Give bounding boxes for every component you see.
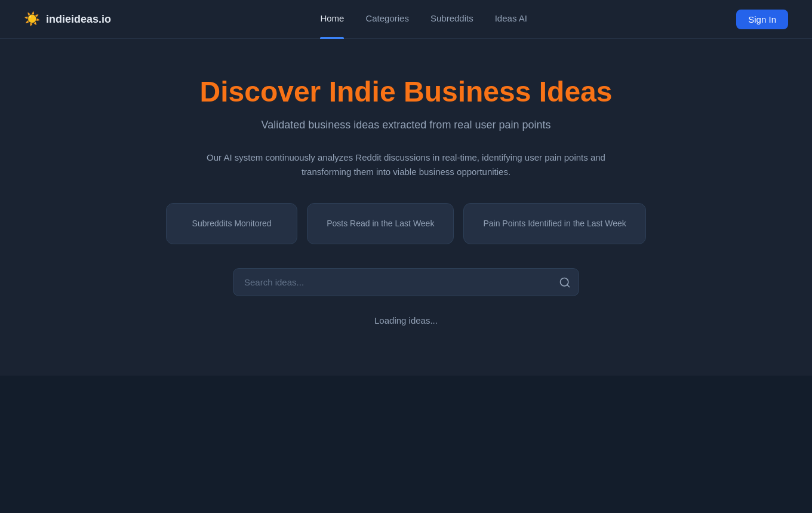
navbar: ☀️ indieideas.io Home Categories Subredd… <box>0 0 812 38</box>
search-wrapper <box>233 268 579 296</box>
hero-description: Our AI system continuously analyzes Redd… <box>203 150 609 179</box>
sign-in-button[interactable]: Sign In <box>736 10 788 29</box>
hero-title: Discover Indie Business Ideas <box>24 75 788 109</box>
nav-link-categories[interactable]: Categories <box>365 13 409 26</box>
logo-icon: ☀️ <box>24 11 40 27</box>
search-container <box>24 268 788 296</box>
logo[interactable]: ☀️ indieideas.io <box>24 11 111 27</box>
nav-links: Home Categories Subreddits Ideas AI <box>320 13 527 26</box>
nav-link-ideas-ai[interactable]: Ideas AI <box>495 13 527 26</box>
stat-card-posts: Posts Read in the Last Week <box>307 203 454 245</box>
nav-right: Sign In <box>736 10 788 29</box>
nav-link-home[interactable]: Home <box>320 13 344 26</box>
stat-label-posts: Posts Read in the Last Week <box>327 219 434 228</box>
search-button[interactable] <box>559 277 571 288</box>
hero-subtitle: Validated business ideas extracted from … <box>24 119 788 131</box>
bottom-section <box>0 376 812 513</box>
loading-text: Loading ideas... <box>24 315 788 325</box>
stats-row: Subreddits Monitored Posts Read in the L… <box>24 203 788 245</box>
stat-card-subreddits: Subreddits Monitored <box>166 203 297 245</box>
search-input[interactable] <box>233 268 579 296</box>
stat-label-subreddits: Subreddits Monitored <box>192 219 272 228</box>
search-icon <box>559 277 571 288</box>
nav-link-subreddits[interactable]: Subreddits <box>430 13 473 26</box>
stat-label-pain-points: Pain Points Identified in the Last Week <box>483 219 626 228</box>
hero-section: Discover Indie Business Ideas Validated … <box>0 39 812 364</box>
stat-card-pain-points: Pain Points Identified in the Last Week <box>463 203 645 245</box>
svg-line-1 <box>567 285 570 287</box>
logo-text: indieideas.io <box>46 13 111 26</box>
